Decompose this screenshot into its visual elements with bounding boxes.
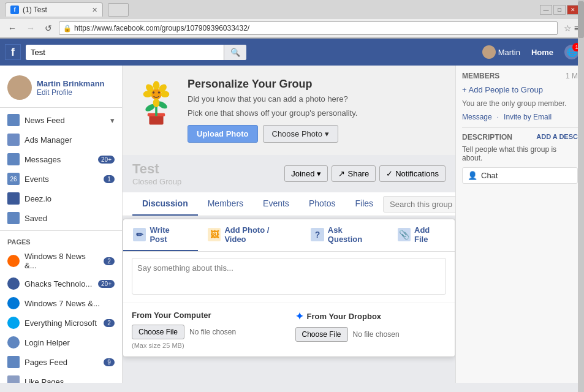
url-box[interactable]: 🔒 https://www.facebook.com/groups/107909… (59, 21, 558, 35)
main-layout: Martin Brinkmann Edit Profile News Feed … (0, 66, 584, 383)
choose-file-button-computer[interactable]: Choose File (132, 325, 184, 339)
choose-photo-button[interactable]: Choose Photo ▾ (263, 125, 338, 143)
sidebar-item-like-pages[interactable]: Like Pages (0, 372, 122, 383)
pages-feed-badge: 9 (104, 358, 115, 366)
tab-members[interactable]: Members (198, 192, 253, 216)
group-info-bar: Test Closed Group Joined ▾ ↗ Share ✓ Not… (123, 155, 455, 192)
edit-profile-link[interactable]: Edit Profile (37, 88, 105, 97)
personalize-text: Personalize Your Group Did you know that… (188, 78, 443, 143)
ads-manager-label: Ads Manager (25, 135, 115, 145)
sidebar-item-win7[interactable]: Windows 7 News &... (0, 293, 122, 313)
notification-area[interactable]: 🌐 1 (564, 45, 579, 59)
tab-photos[interactable]: Photos (299, 192, 346, 216)
deez-icon (7, 192, 20, 205)
ask-question-label: Ask Question (328, 225, 378, 244)
notifications-button[interactable]: ✓ Notifications (379, 165, 446, 182)
no-file-chosen-computer: No file chosen (189, 328, 236, 336)
sidebar-user[interactable]: Martin Brinkmann Edit Profile (0, 70, 122, 105)
user-avatar (482, 45, 496, 59)
photo-video-icon: 🖼 (208, 228, 221, 241)
svg-point-13 (158, 91, 161, 94)
forward-button[interactable]: → (23, 22, 38, 34)
file-input-row-computer: Choose File No file chosen (132, 325, 283, 339)
search-input[interactable] (26, 45, 224, 60)
question-icon: ? (311, 228, 324, 241)
minimize-button[interactable]: — (540, 5, 552, 15)
upload-photo-button[interactable]: Upload Photo (188, 125, 258, 143)
personalize-buttons: Upload Photo Choose Photo ▾ (188, 125, 443, 143)
group-search-input[interactable] (383, 196, 455, 213)
choose-file-button-dropbox[interactable]: Choose File (295, 327, 348, 342)
maximize-button[interactable]: □ (553, 5, 566, 15)
star-icon[interactable]: ☆ (564, 23, 572, 33)
sidebar-item-saved[interactable]: Saved (0, 208, 122, 228)
post-tab-photo-video[interactable]: 🖼 Add Photo / Video (198, 219, 301, 251)
sidebar-item-news-feed[interactable]: News Feed ▾ (0, 110, 122, 130)
write-post-label: Write Post (150, 225, 188, 244)
everything-ms-page-icon (7, 317, 20, 329)
tab-events[interactable]: Events (253, 192, 299, 216)
add-description-link[interactable]: Add a Desc (536, 133, 578, 141)
events-badge: 1 (104, 175, 115, 183)
close-button[interactable]: ✕ (567, 5, 579, 15)
tab-files[interactable]: Files (345, 192, 383, 216)
joined-button[interactable]: Joined ▾ (284, 165, 328, 182)
fb-nav: Martin Home 🌐 1 (482, 45, 579, 59)
post-text-input[interactable] (132, 258, 446, 295)
sidebar-item-win8[interactable]: Windows 8 News &... 2 (0, 248, 122, 274)
sidebar-item-deez[interactable]: Deez.io (0, 189, 122, 208)
browser-tab[interactable]: f (1) Test ✕ (5, 2, 103, 17)
back-button[interactable]: ← (5, 22, 20, 34)
choose-photo-label: Choose Photo (272, 129, 322, 138)
personalize-desc2: Pick one that shows off your group's per… (188, 108, 443, 118)
personalize-title: Personalize Your Group (188, 78, 443, 91)
win8-page-icon (7, 255, 20, 267)
sidebar-item-everything-ms[interactable]: Everything Microsoft 2 (0, 313, 122, 333)
sidebar-item-pages-feed[interactable]: Pages Feed 9 (0, 352, 122, 372)
messages-badge: 20+ (98, 156, 115, 164)
main-content: Personalize Your Group Did you know that… (123, 66, 455, 383)
win8-label: Windows 8 News &... (25, 252, 99, 270)
post-tab-file[interactable]: 📎 Add File (388, 219, 455, 251)
add-file-label: Add File (414, 225, 445, 244)
home-nav-button[interactable]: Home (526, 45, 558, 59)
everything-ms-badge: 2 (104, 319, 115, 327)
lock-icon: 🔒 (63, 24, 72, 32)
file-from-dropbox: ✦ From Your Dropbox Choose File No file … (295, 311, 447, 349)
dropbox-title-label: From Your Dropbox (307, 312, 382, 321)
saved-icon (7, 212, 20, 224)
add-people-button[interactable]: + Add People to Group (462, 85, 578, 94)
share-button[interactable]: ↗ Share (332, 165, 376, 182)
invite-link[interactable]: Invite by Email (504, 113, 552, 121)
scrollbar-thumb[interactable] (578, 1, 584, 38)
no-file-chosen-dropbox: No file chosen (353, 330, 400, 339)
group-name: Test (132, 161, 181, 177)
post-box-overlay: ✏ Write Post 🖼 Add Photo / Video ? Ask Q… (123, 219, 455, 383)
tab-discussion[interactable]: Discussion (132, 192, 198, 216)
new-tab-area (108, 3, 129, 17)
chat-icon: 👤 (468, 171, 477, 180)
sidebar-item-login-helper[interactable]: Login Helper (0, 333, 122, 352)
message-link[interactable]: Message (462, 113, 492, 121)
search-button[interactable]: 🔍 (224, 45, 246, 60)
flower-image (135, 78, 178, 127)
sidebar-item-messages[interactable]: Messages 20+ (0, 149, 122, 169)
sidebar-item-ads-manager[interactable]: Ads Manager (0, 130, 122, 149)
user-name-label: Martin (498, 48, 520, 57)
sidebar-item-ghacks[interactable]: Ghacks Technolo... 20+ (0, 274, 122, 293)
tab-close-icon[interactable]: ✕ (92, 6, 97, 14)
share-label: Share (347, 169, 369, 178)
refresh-button[interactable]: ↺ (42, 22, 55, 34)
chat-button[interactable]: 👤 Chat (462, 167, 578, 184)
post-tab-question[interactable]: ? Ask Question (301, 219, 387, 251)
fb-user-nav[interactable]: Martin (482, 45, 520, 59)
page-scrollbar[interactable] (578, 0, 584, 392)
dropbox-icon: ✦ (295, 311, 303, 322)
sidebar-item-events[interactable]: 26 Events 1 (0, 169, 122, 189)
right-sidebar-links: Message · Invite by Email (462, 113, 578, 121)
post-tab-write[interactable]: ✏ Write Post (123, 219, 198, 251)
win7-page-icon (7, 297, 20, 309)
sidebar-user-info: Martin Brinkmann Edit Profile (37, 79, 105, 97)
address-bar: ← → ↺ 🔒 https://www.facebook.com/groups/… (0, 19, 584, 38)
messages-icon (7, 153, 20, 165)
